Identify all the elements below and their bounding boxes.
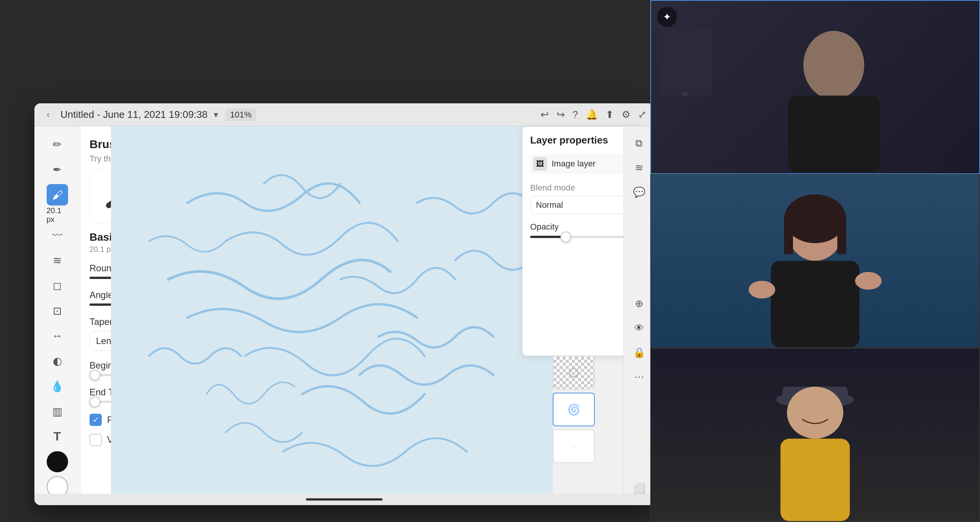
opacity-slider[interactable] <box>530 236 638 238</box>
brush-size: 20.1 px <box>47 209 68 221</box>
svg-text:art: art <box>683 91 689 97</box>
blend-mode-value: Normal <box>536 200 563 210</box>
right-panel-icons: ⧉ ≋ 💬 ⊕ 👁 🔒 ⋯ ⬜ <box>623 126 654 505</box>
bottom-bar <box>34 494 654 505</box>
image-layer-label: Image layer <box>552 159 596 169</box>
video-feed-1: ✦ art <box>650 0 980 174</box>
image-layer-icon: 🖼 <box>533 157 547 171</box>
notifications-button[interactable]: 🔔 <box>586 109 598 121</box>
svg-rect-7 <box>784 219 793 254</box>
angle-label: Angle <box>90 290 113 300</box>
app-container: ‹ Untitled - June 11, 2021 19:09:38 ▾ 10… <box>0 0 650 522</box>
brush-tool[interactable]: 🖌 <box>47 184 68 206</box>
opacity-row: Opacity 44 <box>530 222 638 232</box>
layer-thumbnails: 🌀 · <box>553 356 599 463</box>
video-feed-2: ✦ <box>650 174 980 348</box>
layer-panel-title: Layer properties <box>530 134 638 146</box>
home-indicator <box>306 498 383 501</box>
svg-rect-15 <box>780 439 850 521</box>
undo-button[interactable]: ↩ <box>540 109 549 121</box>
velocity-dynamics-checkbox[interactable] <box>90 434 102 446</box>
hide-layer-button[interactable]: 👁 <box>630 319 648 337</box>
transform-tool[interactable]: ↔ <box>47 325 68 347</box>
svg-point-0 <box>803 31 864 100</box>
layer-thumbnail-2[interactable]: 🌀 <box>553 393 595 426</box>
layer-thumbnail-1[interactable] <box>553 356 595 390</box>
layer-thumbnail-3[interactable]: · <box>553 429 595 463</box>
redo-button[interactable]: ↪ <box>557 109 565 121</box>
lock-layer-button[interactable]: 🔒 <box>630 343 648 362</box>
back-button[interactable]: ‹ <box>42 109 54 121</box>
left-toolbar: ✏ ✒ 🖌 20.1 px 〰 ≋ ◻ ⊡ ↔ ◐ 💧 ▥ T <box>34 126 80 505</box>
smudge-tool[interactable]: ≋ <box>47 250 68 271</box>
svg-point-6 <box>784 194 846 243</box>
selection-tool[interactable]: ⊡ <box>47 300 68 321</box>
svg-point-14 <box>787 387 843 439</box>
canvas-area[interactable] <box>111 126 553 505</box>
pressure-dynamics-checkbox[interactable]: ✓ <box>90 414 102 426</box>
adjustments-button[interactable]: ≋ <box>630 158 648 177</box>
speech-button[interactable]: 💬 <box>630 183 648 201</box>
svg-rect-3 <box>659 27 712 96</box>
blend-mode-dropdown[interactable]: Normal ▾ <box>530 196 638 214</box>
svg-rect-1 <box>788 96 879 172</box>
text-tool[interactable]: T <box>47 426 68 447</box>
opacity-label: Opacity <box>530 222 559 232</box>
pencil-tool[interactable]: ✒ <box>47 159 68 181</box>
gradient-tool[interactable]: ▥ <box>47 401 68 422</box>
paint-tool[interactable]: ✏ <box>47 134 68 155</box>
toolbar-icons: ↩ ↪ ? 🔔 ⬆ ⚙ ⤢ <box>540 109 646 121</box>
procreate-window: ‹ Untitled - June 11, 2021 19:09:38 ▾ 10… <box>34 103 654 505</box>
add-layer-button[interactable]: ⊕ <box>630 294 648 313</box>
wavy-tool[interactable]: 〰 <box>47 225 68 246</box>
help-button[interactable]: ? <box>573 109 578 121</box>
more-options-button[interactable]: ⋯ <box>630 368 648 386</box>
eraser-tool[interactable]: ◻ <box>47 275 68 297</box>
fullscreen-button[interactable]: ⤢ <box>638 109 646 121</box>
document-title: Untitled - June 11, 2021 19:09:38 <box>60 109 208 121</box>
settings-button[interactable]: ⚙ <box>622 109 630 121</box>
svg-rect-8 <box>837 219 846 254</box>
title-dropdown[interactable]: ▾ <box>214 110 218 120</box>
video-container: ✦ art ✦ ✦ <box>650 0 980 522</box>
image-layer-row[interactable]: 🖼 Image layer <box>530 154 638 174</box>
adjust-tool[interactable]: ◐ <box>47 351 68 372</box>
layers-button[interactable]: ⧉ <box>630 134 648 152</box>
video-feed-3: ✦ <box>650 348 980 522</box>
zoom-level: 101% <box>226 108 256 121</box>
blend-mode-label: Blend mode <box>530 183 638 193</box>
eyedropper-tool[interactable]: 💧 <box>47 375 68 397</box>
top-bar: ‹ Untitled - June 11, 2021 19:09:38 ▾ 10… <box>34 103 654 126</box>
primary-color[interactable] <box>47 451 68 473</box>
share-button[interactable]: ⬆ <box>606 109 614 121</box>
svg-rect-9 <box>771 261 860 347</box>
svg-point-10 <box>749 281 775 299</box>
svg-point-11 <box>855 272 882 289</box>
